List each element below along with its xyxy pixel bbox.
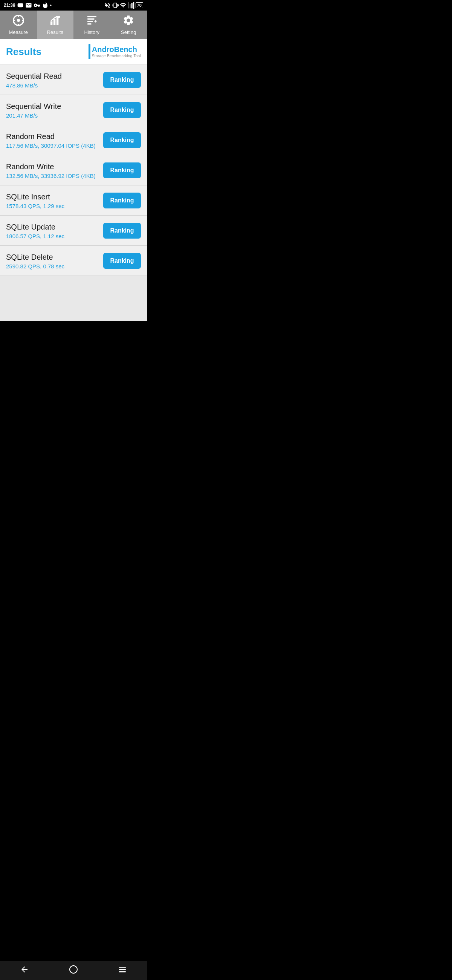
status-icons-area: 70	[104, 2, 143, 9]
ranking-btn-sequential-read[interactable]: Ranking	[103, 72, 141, 88]
benchmark-random-read: Random Read 117.56 MB/s, 30097.04 IOPS (…	[0, 125, 147, 155]
benchmark-random-read-value: 117.56 MB/s, 30097.04 IOPS (4KB)	[6, 143, 103, 149]
svg-rect-2	[51, 21, 52, 25]
benchmark-sequential-read-name: Sequential Read	[6, 71, 103, 81]
youtube-icon	[17, 2, 24, 9]
key-icon	[33, 2, 40, 9]
nav-tabs: Measure Results History	[0, 11, 147, 39]
ranking-btn-sqlite-update[interactable]: Ranking	[103, 223, 141, 239]
benchmark-sqlite-update-name: SQLite Update	[6, 222, 103, 232]
svg-rect-4	[57, 17, 59, 25]
benchmark-sequential-write: Sequential Write 201.47 MB/s Ranking	[0, 95, 147, 125]
tab-history[interactable]: History	[73, 11, 110, 39]
benchmark-sqlite-update-info: SQLite Update 1806.57 QPS, 1.12 sec	[6, 222, 103, 239]
benchmark-sequential-read-value: 478.86 MB/s	[6, 82, 103, 89]
svg-rect-9	[87, 23, 92, 24]
benchmark-sqlite-update-value: 1806.57 QPS, 1.12 sec	[6, 233, 103, 239]
ranking-btn-sqlite-delete[interactable]: Ranking	[103, 253, 141, 269]
benchmark-sqlite-delete-name: SQLite Delete	[6, 252, 103, 262]
mute-icon	[104, 2, 111, 9]
results-icon	[49, 14, 61, 28]
tab-measure-label: Measure	[9, 29, 28, 35]
ranking-btn-random-read[interactable]: Ranking	[103, 132, 141, 148]
dot-indicator: •	[50, 3, 52, 8]
tab-measure[interactable]: Measure	[0, 11, 37, 39]
benchmark-sequential-write-name: Sequential Write	[6, 102, 103, 111]
tab-setting[interactable]: Setting	[110, 11, 147, 39]
svg-point-5	[58, 16, 60, 18]
results-title: Results	[6, 46, 41, 58]
benchmark-sqlite-delete-value: 2590.82 QPS, 0.78 sec	[6, 263, 103, 269]
empty-space	[0, 276, 147, 321]
status-time-area: 21:39 •	[4, 2, 52, 9]
measure-icon	[13, 14, 24, 28]
logo-sub-text: Storage Benchmarking Tool	[92, 54, 141, 58]
benchmark-sqlite-delete-info: SQLite Delete 2590.82 QPS, 0.78 sec	[6, 252, 103, 269]
benchmark-random-read-name: Random Read	[6, 132, 103, 142]
svg-point-1	[17, 19, 20, 22]
svg-rect-3	[54, 19, 56, 25]
benchmark-sqlite-delete: SQLite Delete 2590.82 QPS, 0.78 sec Rank…	[0, 246, 147, 276]
tab-results-label: Results	[47, 29, 63, 35]
svg-rect-6	[87, 16, 97, 18]
history-icon	[86, 14, 98, 28]
status-bar: 21:39 • 70	[0, 0, 147, 11]
benchmark-sequential-read: Sequential Read 478.86 MB/s Ranking	[0, 65, 147, 95]
benchmark-sequential-write-value: 201.47 MB/s	[6, 112, 103, 119]
androbench-logo: AndroBench Storage Benchmarking Tool	[89, 44, 141, 59]
gmail-icon	[25, 2, 32, 9]
fire-icon	[42, 2, 49, 9]
benchmark-random-read-info: Random Read 117.56 MB/s, 30097.04 IOPS (…	[6, 132, 103, 149]
main-content: Results AndroBench Storage Benchmarking …	[0, 39, 147, 321]
signal-icon	[128, 2, 135, 9]
battery-indicator: 70	[136, 2, 143, 8]
benchmark-sqlite-insert: SQLite Insert 1578.43 QPS, 1.29 sec Rank…	[0, 185, 147, 216]
status-time: 21:39	[4, 3, 16, 8]
benchmark-sequential-write-info: Sequential Write 201.47 MB/s	[6, 102, 103, 119]
results-header: Results AndroBench Storage Benchmarking …	[0, 39, 147, 65]
wifi-icon	[120, 2, 127, 9]
benchmark-sqlite-update: SQLite Update 1806.57 QPS, 1.12 sec Rank…	[0, 216, 147, 246]
benchmark-random-write: Random Write 132.56 MB/s, 33936.92 IOPS …	[0, 155, 147, 185]
benchmark-list: Sequential Read 478.86 MB/s Ranking Sequ…	[0, 65, 147, 276]
benchmark-sqlite-insert-value: 1578.43 QPS, 1.29 sec	[6, 203, 103, 209]
logo-main-text: AndroBench	[92, 45, 141, 54]
benchmark-random-write-info: Random Write 132.56 MB/s, 33936.92 IOPS …	[6, 162, 103, 179]
setting-icon	[122, 14, 135, 28]
tab-results[interactable]: Results	[37, 11, 74, 39]
logo-text-block: AndroBench Storage Benchmarking Tool	[92, 45, 141, 58]
logo-bar	[89, 44, 90, 59]
tab-setting-label: Setting	[121, 29, 136, 35]
benchmark-sqlite-insert-info: SQLite Insert 1578.43 QPS, 1.29 sec	[6, 192, 103, 209]
ranking-btn-random-write[interactable]: Ranking	[103, 162, 141, 178]
vibrate-icon	[112, 2, 119, 9]
benchmark-random-write-value: 132.56 MB/s, 33936.92 IOPS (4KB)	[6, 173, 103, 179]
tab-history-label: History	[84, 29, 100, 35]
ranking-btn-sequential-write[interactable]: Ranking	[103, 102, 141, 118]
svg-rect-7	[87, 19, 95, 20]
ranking-btn-sqlite-insert[interactable]: Ranking	[103, 192, 141, 208]
benchmark-sqlite-insert-name: SQLite Insert	[6, 192, 103, 202]
benchmark-sequential-read-info: Sequential Read 478.86 MB/s	[6, 71, 103, 89]
benchmark-random-write-name: Random Write	[6, 162, 103, 172]
svg-rect-8	[87, 21, 93, 22]
